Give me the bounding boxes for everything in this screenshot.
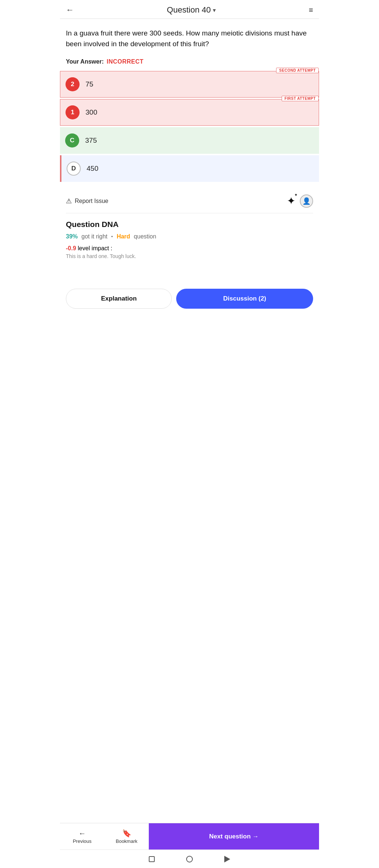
option-badge-1: 1: [66, 105, 80, 119]
option-row-c[interactable]: C 375: [60, 127, 319, 154]
header: ← Question 40 ▾ ≡: [60, 0, 319, 19]
correct-percent: 39%: [66, 233, 78, 240]
square-icon: [149, 856, 155, 862]
report-actions: ✦ ✦ 👤: [287, 194, 313, 208]
difficulty-suffix: question: [134, 233, 157, 240]
discussion-button[interactable]: Discussion (2): [176, 289, 313, 309]
options-container: SECOND ATTEMPT 2 75 FIRST ATTEMPT 1 300 …: [60, 71, 319, 186]
avatar[interactable]: 👤: [300, 194, 313, 208]
answer-status-badge: INCORRECT: [107, 58, 144, 65]
tab-buttons: Explanation Discussion (2): [60, 283, 319, 316]
previous-arrow-icon: ←: [78, 829, 86, 838]
bookmark-icon: 🔖: [122, 829, 131, 838]
difficulty-label: Hard: [117, 233, 130, 240]
option-row-2[interactable]: SECOND ATTEMPT 2 75: [60, 71, 319, 98]
attempt-tag-second: SECOND ATTEMPT: [276, 68, 319, 73]
previous-label: Previous: [73, 838, 92, 844]
question-title: Question 40: [167, 5, 211, 15]
impact-label: level impact :: [78, 245, 112, 251]
report-row: ⚠ Report Issue ✦ ✦ 👤: [60, 189, 319, 213]
correct-label: got it right: [81, 233, 107, 240]
dna-sub-text: This is a hard one. Tough luck.: [66, 253, 313, 259]
star-badge-icon[interactable]: ✦ ✦: [287, 195, 295, 207]
option-row-1[interactable]: FIRST ATTEMPT 1 300: [60, 99, 319, 126]
report-issue-button[interactable]: ⚠ Report Issue: [66, 197, 108, 205]
option-badge-2: 2: [66, 77, 80, 91]
previous-button[interactable]: ← Previous: [60, 823, 104, 850]
back-button[interactable]: ←: [66, 5, 74, 15]
option-value-2: 75: [85, 80, 93, 88]
system-back-button[interactable]: [223, 855, 231, 863]
dna-impact-row: -0.9 level impact :: [66, 245, 313, 252]
option-badge-c: C: [65, 133, 79, 148]
menu-icon[interactable]: ≡: [309, 6, 313, 14]
report-issue-label: Report Issue: [75, 198, 108, 204]
bottom-nav: ← Previous 🔖 Bookmark Next question →: [60, 823, 319, 850]
next-question-label: Next question →: [209, 833, 259, 840]
question-text: In a guava fruit there were 300 seeds. H…: [66, 28, 313, 50]
chevron-down-icon[interactable]: ▾: [213, 7, 216, 14]
separator-dot: ●: [111, 235, 113, 238]
explanation-button[interactable]: Explanation: [66, 289, 172, 309]
dna-section: Question DNA 39% got it right ● Hard que…: [60, 213, 319, 268]
triangle-icon: [224, 856, 230, 862]
option-badge-d: D: [67, 162, 81, 176]
answer-label: Your Answer:: [66, 58, 104, 65]
attempt-tag-first: FIRST ATTEMPT: [282, 96, 319, 101]
question-area: In a guava fruit there were 300 seeds. H…: [60, 19, 319, 55]
circle-icon: [186, 856, 193, 862]
option-row-d[interactable]: D 450: [60, 155, 319, 182]
option-value-1: 300: [85, 108, 97, 116]
warning-icon: ⚠: [66, 197, 72, 205]
impact-value: -0.9: [66, 245, 76, 251]
next-question-button[interactable]: Next question →: [149, 823, 319, 850]
system-square-button[interactable]: [148, 855, 156, 863]
dna-stats: 39% got it right ● Hard question: [66, 233, 313, 240]
system-nav-bar: [60, 850, 319, 868]
bookmark-label: Bookmark: [116, 838, 138, 844]
question-title-group: Question 40 ▾: [167, 5, 216, 15]
system-circle-button[interactable]: [185, 855, 194, 863]
option-value-d: 450: [87, 165, 98, 173]
bookmark-button[interactable]: 🔖 Bookmark: [104, 823, 149, 850]
option-value-c: 375: [85, 136, 97, 145]
dna-title: Question DNA: [66, 220, 313, 229]
